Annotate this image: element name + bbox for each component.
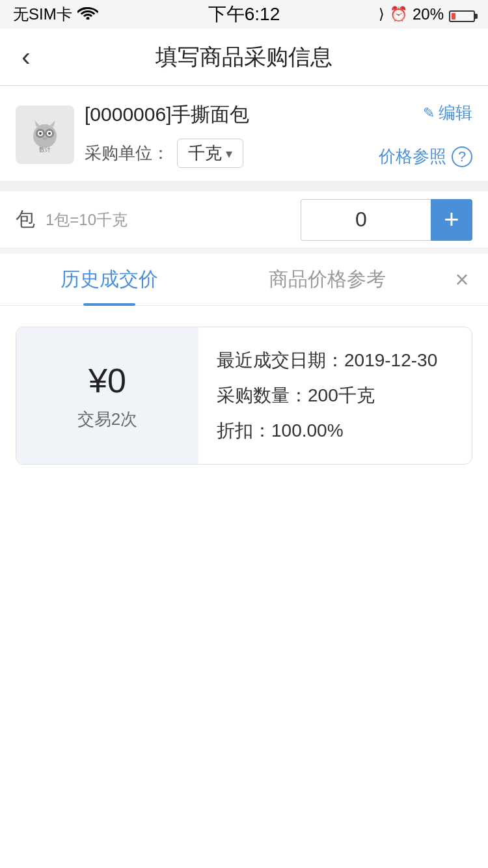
dropdown-arrow-icon: ▾: [226, 146, 232, 161]
tab-history-label: 历史成交价: [61, 266, 158, 293]
tabs-panel: 历史成交价 商品价格参考 × ¥0 交易2次 最近成交日期：2019-12-30…: [0, 254, 488, 485]
recent-date-row: 最近成交日期：2019-12-30: [217, 348, 454, 373]
tab-content: ¥0 交易2次 最近成交日期：2019-12-30 采购数量：200千克 折扣：…: [0, 306, 488, 485]
purchase-quantity-value: 200千克: [308, 385, 375, 405]
svg-point-6: [48, 132, 51, 135]
edit-icon: ✎: [423, 105, 435, 122]
status-right: ⟩ ⏰ 20%: [379, 5, 475, 23]
unit-dropdown[interactable]: 千克 ▾: [177, 139, 243, 168]
product-thumbnail: 数计: [16, 105, 74, 164]
edit-label: 编辑: [439, 102, 472, 124]
location-icon: ⟩: [379, 6, 385, 23]
tabs-header: 历史成交价 商品价格参考 ×: [0, 254, 488, 306]
quantity-unit-hint: 1包=10千克: [46, 210, 128, 230]
plus-icon: +: [444, 205, 459, 234]
back-button[interactable]: ‹: [0, 29, 52, 86]
price-reference-button[interactable]: 价格参照 ?: [379, 145, 472, 168]
quantity-plus-button[interactable]: +: [431, 199, 472, 241]
tab-reference-label: 商品价格参考: [269, 266, 386, 293]
tab-active-underline: [83, 303, 135, 306]
tab-history[interactable]: 历史成交价: [0, 254, 218, 306]
tab-reference[interactable]: 商品价格参考: [218, 254, 436, 306]
svg-text:数计: 数计: [39, 146, 51, 153]
trade-count: 交易2次: [77, 408, 137, 431]
discount-value: 100.00%: [271, 420, 344, 441]
purchase-quantity-label: 采购数量：: [217, 385, 308, 405]
wifi-icon: [77, 5, 98, 23]
price-card-right: 最近成交日期：2019-12-30 采购数量：200千克 折扣：100.00%: [198, 327, 472, 464]
price-amount: ¥0: [88, 361, 126, 400]
tab-close-button[interactable]: ×: [436, 254, 488, 306]
section-divider: [0, 181, 488, 191]
alarm-icon: ⏰: [390, 6, 407, 23]
battery-icon: [449, 5, 475, 23]
product-name: [0000006]手撕面包: [85, 102, 249, 128]
quantity-unit-label: 包: [16, 206, 35, 233]
status-left: 无SIM卡: [13, 4, 98, 25]
unit-value: 千克: [188, 142, 222, 165]
quantity-section: 包 1包=10千克 +: [0, 191, 488, 249]
quantity-input[interactable]: [301, 199, 431, 241]
bottom-area: [0, 485, 488, 868]
status-time: 下午6:12: [208, 2, 280, 27]
unit-label: 采购单位：: [85, 142, 169, 165]
page-title: 填写商品采购信息: [156, 42, 332, 72]
product-image-placeholder: 数计: [22, 112, 68, 157]
svg-marker-8: [34, 120, 40, 127]
price-card-left: ¥0 交易2次: [16, 327, 198, 464]
discount-label: 折扣：: [217, 420, 271, 441]
status-bar: 无SIM卡 下午6:12 ⟩ ⏰ 20%: [0, 0, 488, 29]
price-ref-label: 价格参照: [379, 145, 446, 168]
edit-button[interactable]: ✎ 编辑: [423, 102, 472, 124]
purchase-quantity-row: 采购数量：200千克: [217, 383, 454, 408]
recent-date-label: 最近成交日期：: [217, 350, 344, 370]
battery-percent: 20%: [413, 5, 444, 23]
svg-point-7: [42, 137, 47, 140]
carrier-label: 无SIM卡: [13, 4, 72, 25]
svg-point-5: [39, 132, 42, 135]
close-icon: ×: [455, 266, 468, 293]
nav-bar: ‹ 填写商品采购信息: [0, 29, 488, 86]
product-section: 数计 [0000006]手撕面包 采购单位： 千克 ▾ ✎ 编辑: [0, 86, 488, 181]
back-icon: ‹: [21, 42, 30, 72]
svg-marker-9: [50, 120, 55, 127]
price-card: ¥0 交易2次 最近成交日期：2019-12-30 采购数量：200千克 折扣：…: [16, 327, 472, 465]
recent-date-value: 2019-12-30: [344, 350, 437, 370]
discount-row: 折扣：100.00%: [217, 418, 454, 443]
help-icon: ?: [452, 146, 472, 167]
product-info: [0000006]手撕面包 采购单位： 千克 ▾: [85, 102, 249, 168]
